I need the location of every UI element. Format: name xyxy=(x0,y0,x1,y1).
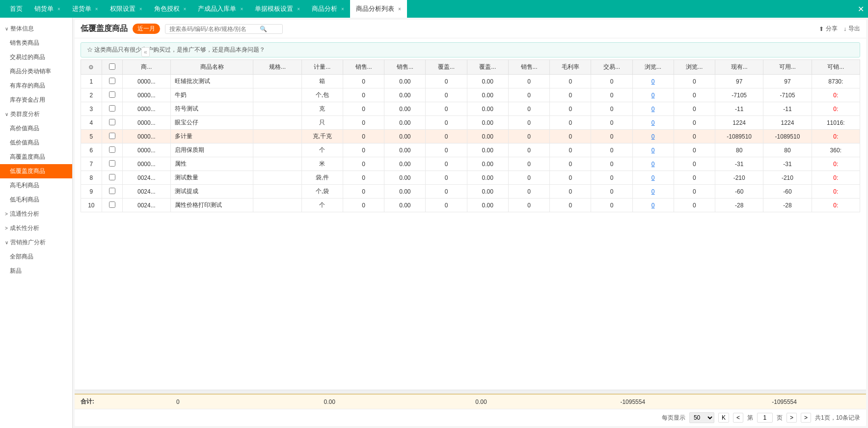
tab-close-商品分析[interactable]: × xyxy=(341,6,344,12)
sidebar-item-0-4[interactable]: 库存资金占用 xyxy=(0,93,72,107)
sidebar-item-1-3[interactable]: 低覆盖度商品 xyxy=(0,164,72,178)
row-checkbox[interactable] xyxy=(109,91,115,98)
browse-link[interactable]: 0 xyxy=(651,161,655,168)
cell-browse1[interactable]: 0 xyxy=(632,157,674,171)
row-checkbox[interactable] xyxy=(109,146,115,153)
time-filter-btn[interactable]: 近一月 xyxy=(133,24,160,34)
col-header-trans[interactable]: 交易... xyxy=(591,60,632,75)
sidebar-item-0-0[interactable]: 销售类商品 xyxy=(0,36,72,50)
row-checkbox[interactable] xyxy=(109,133,115,139)
col-header-gear[interactable]: ⚙ xyxy=(81,60,102,75)
col-header-browse2[interactable]: 浏览... xyxy=(674,60,715,75)
col-header-saleable[interactable]: 可销... xyxy=(812,60,860,75)
cell-browse1[interactable]: 0 xyxy=(632,75,674,88)
cell-browse1[interactable]: 0 xyxy=(632,116,674,130)
row-checkbox[interactable] xyxy=(109,78,115,84)
col-header-sales1[interactable]: 销售... xyxy=(343,60,384,75)
nav-tab-进货单[interactable]: 进货单× xyxy=(66,0,104,18)
browse-link[interactable]: 0 xyxy=(651,92,655,99)
cell-browse1[interactable]: 0 xyxy=(632,130,674,143)
nav-tab-商品分析[interactable]: 商品分析× xyxy=(306,0,350,18)
table-wrapper[interactable]: ⚙商...商品名称规格...计量...销售...销售...覆盖...覆盖...销… xyxy=(75,59,866,390)
sidebar-section-2[interactable]: >流通性分析 xyxy=(0,207,72,221)
tab-close-权限设置[interactable]: × xyxy=(139,6,142,12)
share-btn[interactable]: ⬆ 分享 xyxy=(819,25,838,33)
sidebar-item-0-1[interactable]: 交易过的商品 xyxy=(0,50,72,64)
page-input[interactable] xyxy=(757,413,773,423)
window-close-btn[interactable]: ✕ xyxy=(858,4,864,14)
nav-tab-首页[interactable]: 首页 xyxy=(4,0,28,18)
browse-link[interactable]: 0 xyxy=(651,78,655,85)
sidebar-item-1-5[interactable]: 低毛利商品 xyxy=(0,193,72,207)
row-checkbox[interactable] xyxy=(109,105,115,112)
row-checkbox[interactable] xyxy=(109,201,115,208)
col-header-checkbox[interactable] xyxy=(102,60,122,75)
nav-tab-产成品入库单[interactable]: 产成品入库单× xyxy=(192,0,249,18)
tab-close-角色授权[interactable]: × xyxy=(184,6,187,12)
col-header-sales2[interactable]: 销售... xyxy=(384,60,426,75)
row-checkbox[interactable] xyxy=(109,160,115,167)
first-page-btn[interactable]: K xyxy=(718,413,729,423)
row-checkbox[interactable] xyxy=(109,174,115,180)
col-header-cover2[interactable]: 覆盖... xyxy=(467,60,508,75)
nav-tab-商品分析列表[interactable]: 商品分析列表× xyxy=(350,0,407,18)
sidebar-item-0-3[interactable]: 有库存的商品 xyxy=(0,79,72,93)
settings-icon[interactable]: ⚙ xyxy=(88,64,94,71)
browse-link[interactable]: 0 xyxy=(651,133,655,140)
col-header-unit[interactable]: 计量... xyxy=(301,60,343,75)
nav-tab-角色授权[interactable]: 角色授权× xyxy=(148,0,192,18)
sidebar-item-1-0[interactable]: 高价值商品 xyxy=(0,121,72,136)
sidebar-section-3[interactable]: >成长性分析 xyxy=(0,221,72,235)
prev-page-btn[interactable]: < xyxy=(733,413,743,423)
cell-checkbox[interactable] xyxy=(102,116,122,130)
col-header-available[interactable]: 可用... xyxy=(763,60,812,75)
scrollbar-area[interactable] xyxy=(75,390,866,394)
sidebar-item-0-2[interactable]: 商品分类动销率 xyxy=(0,64,72,79)
export-btn[interactable]: ↓ 导出 xyxy=(843,25,860,33)
browse-link[interactable]: 0 xyxy=(651,202,655,209)
cell-checkbox[interactable] xyxy=(102,143,122,157)
col-header-code[interactable]: 商... xyxy=(122,60,170,75)
nav-tab-单据模板设置[interactable]: 单据模板设置× xyxy=(249,0,306,18)
browse-link[interactable]: 0 xyxy=(651,147,655,154)
cell-checkbox[interactable] xyxy=(102,157,122,171)
next-page-btn[interactable]: > xyxy=(787,413,797,423)
cell-checkbox[interactable] xyxy=(102,185,122,199)
tab-close-商品分析列表[interactable]: × xyxy=(398,6,401,12)
sidebar-collapse-btn[interactable]: « xyxy=(141,47,150,57)
last-page-btn[interactable]: > xyxy=(801,413,811,423)
search-icon[interactable]: 🔍 xyxy=(260,26,267,32)
tab-close-产成品入库单[interactable]: × xyxy=(240,6,243,12)
tab-close-单据模板设置[interactable]: × xyxy=(297,6,300,12)
cell-checkbox[interactable] xyxy=(102,102,122,116)
tab-close-进货单[interactable]: × xyxy=(95,6,98,12)
cell-checkbox[interactable] xyxy=(102,171,122,185)
col-header-sales3[interactable]: 销售... xyxy=(508,60,549,75)
sidebar-item-1-2[interactable]: 高覆盖度商品 xyxy=(0,150,72,164)
cell-browse1[interactable]: 0 xyxy=(632,88,674,102)
col-header-browse1[interactable]: 浏览... xyxy=(632,60,674,75)
nav-tab-销货单[interactable]: 销货单× xyxy=(28,0,66,18)
sidebar-item-1-1[interactable]: 低价值商品 xyxy=(0,136,72,150)
cell-browse1[interactable]: 0 xyxy=(632,185,674,199)
cell-checkbox[interactable] xyxy=(102,75,122,88)
col-header-current[interactable]: 现有... xyxy=(715,60,763,75)
page-size-select[interactable]: 50 100 xyxy=(689,412,714,423)
browse-link[interactable]: 0 xyxy=(651,174,655,181)
row-checkbox[interactable] xyxy=(109,119,115,125)
sidebar-section-0[interactable]: ∨整体信息 xyxy=(0,22,72,36)
row-checkbox[interactable] xyxy=(109,188,115,194)
cell-browse1[interactable]: 0 xyxy=(632,143,674,157)
sidebar-item-4-0[interactable]: 全部商品 xyxy=(0,250,72,264)
cell-browse1[interactable]: 0 xyxy=(632,171,674,185)
select-all-checkbox[interactable] xyxy=(109,63,115,70)
cell-checkbox[interactable] xyxy=(102,88,122,102)
cell-browse1[interactable]: 0 xyxy=(632,199,674,212)
cell-checkbox[interactable] xyxy=(102,199,122,212)
cell-browse1[interactable]: 0 xyxy=(632,102,674,116)
nav-tab-权限设置[interactable]: 权限设置× xyxy=(104,0,148,18)
col-header-cover1[interactable]: 覆盖... xyxy=(426,60,467,75)
search-input[interactable] xyxy=(169,26,258,32)
browse-link[interactable]: 0 xyxy=(651,119,655,126)
sidebar-section-4[interactable]: ∨营销推广分析 xyxy=(0,235,72,250)
